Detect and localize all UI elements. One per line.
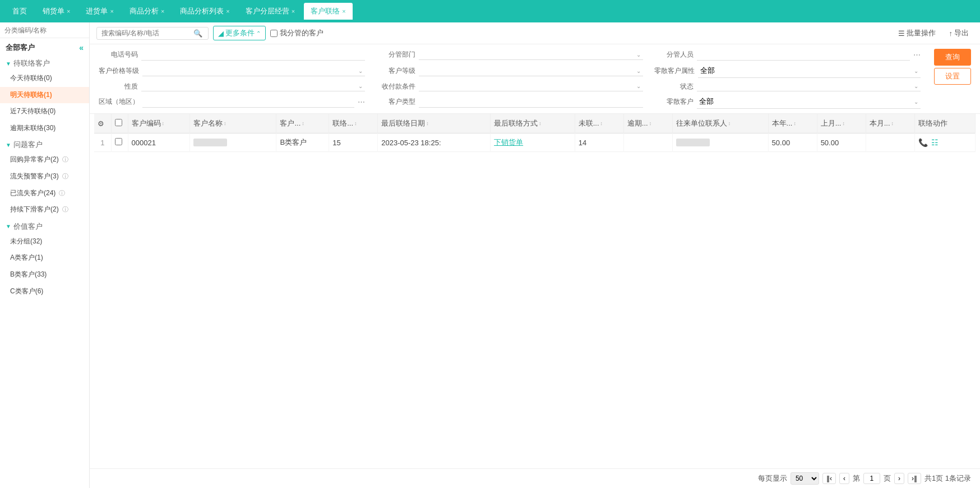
sort-icon-last-method[interactable]: ↕ [539,121,542,126]
sort-icon-name[interactable]: ↕ [224,121,226,126]
filter-retail-customer-select[interactable]: 全部 ⌄ [697,95,921,109]
filter-manager-input[interactable] [697,49,910,61]
nav-item-商品分析列表[interactable]: 商品分析列表 × [173,3,236,20]
sidebar-search-input[interactable] [4,26,89,34]
filter-region-label: 区域（地区） [99,97,139,107]
phone-icon[interactable]: 📞 [918,138,928,147]
sort-icon-this-year[interactable]: ↕ [793,121,796,126]
nav-item-商品分析[interactable]: 商品分析 × [123,3,171,20]
row-checkbox[interactable] [111,133,128,152]
set-button[interactable]: 设置 [934,68,971,85]
table-row: 1 000021 B类客户 15 2023-05-23 18:25: 下销货单 … [94,133,976,152]
sidebar-item-逾期未联络(30)[interactable]: 逾期未联络(30) [0,120,89,137]
sidebar-item-已流失客户(24)[interactable]: 已流失客户(24) ⓘ [0,185,89,202]
filter-payment-select[interactable]: ⌄ [419,81,642,91]
filter-region-dots[interactable]: ⋯ [358,98,365,106]
filter-dept-select[interactable]: ⌄ [419,50,642,60]
sidebar-item-C类客户(6)[interactable]: C类客户(6) [0,283,89,300]
nav-close-icon[interactable]: × [110,8,113,15]
nav-item-客户分层经营[interactable]: 客户分层经营 × [239,3,302,20]
grid-icon[interactable]: ☷ [931,138,939,147]
last-page-button[interactable]: ›‖ [908,473,921,484]
nav-item-首页[interactable]: 首页 [6,3,34,20]
search-box[interactable]: 🔍 [96,27,209,40]
select-all-checkbox[interactable] [115,119,122,126]
sidebar-item-明天待联络(1)[interactable]: 明天待联络(1) [0,87,89,104]
filter-region-input[interactable] [142,96,354,108]
sidebar-item-未分组(32)[interactable]: 未分组(32) [0,233,89,250]
row-this-year: 50.00 [768,133,817,152]
nav-item-进货单[interactable]: 进货单 × [79,3,120,20]
sort-icon-type[interactable]: ↕ [302,121,304,126]
info-icon[interactable]: ⓘ [61,206,68,213]
col-checkbox[interactable] [111,114,128,133]
nav-item-销货单[interactable]: 销货单 × [36,3,77,20]
my-customer-checkbox[interactable]: 我分管的客户 [270,28,323,38]
row-code: 000021 [128,133,189,152]
filter-nature-select[interactable]: ⌄ [141,81,365,91]
sort-icon-overdue[interactable]: ↕ [649,121,652,126]
sidebar-collapse-icon[interactable]: « [79,43,84,52]
sidebar-item-今天待联络(0)[interactable]: 今天待联络(0) [0,70,89,87]
query-button[interactable]: 查询 [934,49,971,66]
filter-icon: ◢ [218,29,224,38]
filter-price-level: 客户价格等级 ⌄ [99,66,365,76]
search-input[interactable] [101,29,191,37]
sidebar-item-近7天待联络(0)[interactable]: 近7天待联络(0) [0,103,89,120]
row-last-method[interactable]: 下销货单 [491,133,575,152]
filter-phone-input[interactable] [141,49,365,61]
sidebar-item-流失预警客户(3)[interactable]: 流失预警客户(3) ⓘ [0,168,89,185]
info-icon[interactable]: ⓘ [61,156,68,163]
col-settings[interactable]: ⚙ [94,114,111,133]
section-triangle: ▼ [6,223,11,229]
filter-manager-dots[interactable]: ⋯ [913,50,921,59]
nav-close-icon[interactable]: × [161,8,164,15]
chevron-down-icon-6: ⌄ [636,83,641,89]
per-page-select[interactable]: 50 100 200 [791,472,819,485]
my-customer-check-input[interactable] [270,30,278,37]
sort-icon-contact-person[interactable]: ↕ [728,121,731,126]
search-icon[interactable]: 🔍 [193,29,202,38]
sidebar-item-持续下滑客户(2)[interactable]: 持续下滑客户(2) ⓘ [0,201,89,218]
first-page-button[interactable]: ‖‹ [822,473,836,484]
sort-icon-last-date[interactable]: ↕ [426,121,429,126]
sort-icon-code[interactable]: ↕ [162,121,165,126]
sort-icon-this-month[interactable]: ↕ [891,121,894,126]
nav-close-icon[interactable]: × [292,8,295,15]
sidebar-item-B类客户(33)[interactable]: B类客户(33) [0,266,89,283]
page-input[interactable] [863,473,880,484]
chevron-down-icon-4: ⌄ [914,68,918,74]
info-icon[interactable]: ⓘ [57,190,65,196]
col-last-method: 最后联络方式↕ [491,114,575,133]
nav-close-icon[interactable]: × [342,8,345,15]
nav-item-客户联络[interactable]: 客户联络 × [304,3,352,20]
sidebar-item-回购异常客户(2)[interactable]: 回购异常客户(2) ⓘ [0,151,89,168]
filter-status-select[interactable]: ⌄ [697,81,921,91]
table-header-row: ⚙ 客户编码↕ 客户名称↕ 客户...↕ 联络...↕ 最后联络日期↕ 最后联络… [94,114,976,133]
info-icon[interactable]: ⓘ [61,173,68,179]
prev-page-button[interactable]: ‹ [839,473,849,484]
chevron-down-icon-2: ⌄ [358,68,363,74]
table-area: ⚙ 客户编码↕ 客户名称↕ 客户...↕ 联络...↕ 最后联络日期↕ 最后联络… [90,114,980,468]
more-filter-button[interactable]: ◢ 更多条件 ⌃ [213,26,266,40]
sidebar-all-header[interactable]: 全部客户 « [0,38,89,55]
filter-customer-type-input[interactable] [419,96,642,108]
nav-close-icon[interactable]: × [226,8,229,15]
sort-icon-no-contact[interactable]: ↕ [600,121,603,126]
content-area: 🔍 ◢ 更多条件 ⌃ 我分管的客户 ☰ 批量操作 ↑ 导出 [90,22,980,488]
nav-close-icon[interactable]: × [67,8,70,15]
batch-op-button[interactable]: ☰ 批量操作 [894,26,940,40]
section-title-label: 问题客户 [13,140,43,150]
sort-icon-contacts[interactable]: ↕ [354,121,357,126]
filter-price-level-select[interactable]: ⌄ [142,66,365,76]
sidebar-search[interactable]: 🔍 [0,22,89,38]
sidebar-item-A类客户(1)[interactable]: A类客户(1) [0,250,89,266]
row-action: 📞 ☷ [914,133,975,152]
filter-customer-level-select[interactable]: ⌄ [419,66,642,76]
next-page-button[interactable]: › [894,473,904,484]
filter-retail-attr-select[interactable]: 全部 ⌄ [698,64,921,78]
col-code: 客户编码↕ [128,114,189,133]
export-button[interactable]: ↑ 导出 [945,26,974,40]
sort-icon-last-month[interactable]: ↕ [842,121,845,126]
row-this-month [866,133,914,152]
